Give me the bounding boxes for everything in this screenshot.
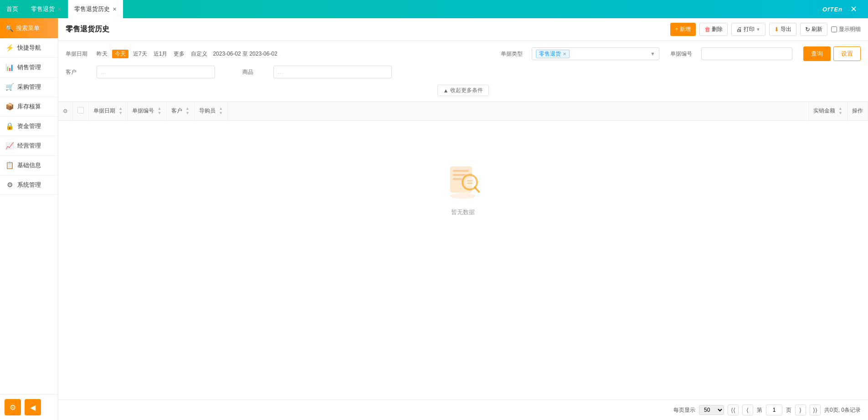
sidebar-collapse-button[interactable]: ◀ — [25, 399, 41, 415]
refresh-button[interactable]: ↻ 刷新 — [800, 23, 827, 36]
gear-icon: ⚙ — [63, 108, 68, 114]
prev-page-button[interactable]: ⟨ — [742, 405, 753, 415]
doc-no-sort-icon: ▲▼ — [158, 107, 162, 116]
total-label: 共0页, 0条记录 — [824, 406, 861, 414]
th-gear[interactable]: ⚙ — [58, 102, 73, 120]
sidebar-item-sys-mgmt[interactable]: ⚙ 系统管理 — [0, 175, 58, 195]
tab-retail-return-close[interactable]: ✕ — [57, 6, 62, 12]
date-opt-1month[interactable]: 近1月 — [152, 50, 169, 58]
goods-filter-label: 商品 — [242, 68, 270, 76]
table-body: 暂无数据 — [58, 120, 868, 253]
header-actions: + 新增 🗑 删除 🖨 打印 ▼ ⬇ 导出 ↻ 刷新 — [670, 23, 861, 36]
sidebar-item-sales-mgmt[interactable]: 📊 销售管理 — [0, 58, 58, 77]
page-number-input[interactable] — [766, 405, 782, 415]
svg-point-6 — [465, 178, 474, 187]
goods-filter: 商品 … — [242, 66, 392, 78]
sidebar-item-ops-mgmt[interactable]: 📈 经营管理 — [0, 136, 58, 156]
th-amount[interactable]: 实销金额 ▲▼ — [808, 102, 847, 120]
tab-retail-return-history[interactable]: 零售退货历史 ✕ — [68, 0, 123, 18]
first-page-button[interactable]: ⟨⟨ — [728, 405, 739, 415]
sidebar-item-finance-mgmt[interactable]: 🔒 资金管理 — [0, 117, 58, 136]
type-filter-section: 单据类型 零售退货 ✕ ▼ — [501, 47, 659, 60]
sidebar-settings-button[interactable]: ⚙ — [5, 399, 21, 415]
date-opt-7days[interactable]: 近7天 — [131, 50, 149, 58]
tab-retail-return[interactable]: 零售退货 ✕ — [25, 0, 68, 18]
finance-mgmt-icon: 🔒 — [5, 122, 14, 130]
customer-filter-input[interactable]: … — [97, 66, 215, 78]
empty-text: 暂无数据 — [451, 208, 475, 216]
svg-rect-2 — [453, 170, 469, 172]
table-area: ⚙ 单据日期 ▲▼ 单据编号 ▲▼ — [58, 102, 868, 400]
empty-illustration — [440, 157, 486, 203]
empty-area: 暂无数据 — [58, 121, 868, 253]
sidebar-item-sales-mgmt-label: 销售管理 — [17, 63, 41, 72]
date-filter-label: 单据日期 — [66, 50, 93, 58]
print-button[interactable]: 🖨 打印 ▼ — [731, 23, 765, 36]
per-page-label: 每页显示 — [673, 406, 695, 414]
window-close-button[interactable]: ✕ — [846, 2, 861, 16]
doc-num-label: 单据编号 — [670, 50, 698, 58]
date-opt-yesterday[interactable]: 昨天 — [95, 50, 109, 58]
next-page-button[interactable]: ⟩ — [795, 405, 806, 415]
sidebar-search[interactable]: 🔍 搜索菜单 — [0, 18, 58, 38]
sidebar-item-sys-mgmt-label: 系统管理 — [17, 181, 41, 189]
sidebar-item-inventory-label: 库存核算 — [17, 102, 41, 111]
collapse-up-icon: ▲ — [443, 87, 449, 94]
quick-nav-icon: ⚡ — [5, 44, 14, 52]
pagination-footer: 每页显示 50 10 20 100 ⟨⟨ ⟨ 第 页 ⟩ ⟩⟩ 共0页, 0条记… — [58, 400, 868, 420]
sidebar-item-inventory[interactable]: 📦 库存核算 — [0, 97, 58, 117]
th-doc-no[interactable]: 单据编号 ▲▼ — [128, 102, 166, 120]
page-label: 第 — [757, 406, 762, 414]
amount-sort-icon: ▲▼ — [838, 107, 842, 116]
th-date[interactable]: 单据日期 ▲▼ — [89, 102, 128, 120]
query-button[interactable]: 查询 — [803, 46, 831, 61]
sidebar-item-purchase-mgmt[interactable]: 🛒 采购管理 — [0, 77, 58, 97]
delete-button[interactable]: 🗑 删除 — [699, 23, 728, 36]
customer-filter-label: 客户 — [66, 68, 93, 76]
sidebar-item-quick-nav[interactable]: ⚡ 快捷导航 — [0, 38, 58, 58]
refresh-icon: ↻ — [805, 26, 810, 33]
sales-mgmt-icon: 📊 — [5, 63, 14, 72]
purchase-mgmt-icon: 🛒 — [5, 83, 14, 91]
type-filter-input[interactable]: 零售退货 ✕ ▼ — [532, 47, 659, 60]
svg-rect-3 — [453, 174, 466, 176]
new-button[interactable]: + 新增 — [670, 23, 696, 36]
sidebar-item-finance-mgmt-label: 资金管理 — [17, 122, 41, 130]
date-sort-icon: ▲▼ — [118, 107, 123, 116]
collapse-button[interactable]: ▲ 收起更多条件 — [437, 85, 489, 96]
th-checkbox[interactable] — [73, 102, 89, 120]
type-tag-close[interactable]: ✕ — [563, 51, 566, 56]
date-opt-today[interactable]: 今天 — [112, 50, 128, 58]
doc-num-input[interactable] — [701, 47, 792, 60]
display-toggle-checkbox[interactable] — [831, 26, 837, 32]
page-unit: 页 — [786, 406, 791, 414]
sidebar: 🔍 搜索菜单 ⚡ 快捷导航 📊 销售管理 🛒 采购管理 📦 库存核算 🔒 资金管… — [0, 18, 58, 420]
display-toggle[interactable]: 显示明细 — [831, 26, 861, 33]
tab-home[interactable]: 首页 — [0, 0, 25, 18]
sidebar-item-basic-info-label: 基础信息 — [17, 161, 41, 169]
select-all-checkbox[interactable] — [77, 107, 84, 113]
date-opt-custom[interactable]: 自定义 — [189, 50, 209, 58]
sidebar-bottom: ⚙ ◀ — [0, 394, 58, 420]
svg-rect-4 — [453, 178, 462, 180]
empty-cell: 暂无数据 — [58, 120, 868, 253]
brand-label: OfTEn — [822, 6, 842, 13]
per-page-select[interactable]: 50 10 20 100 — [699, 405, 724, 415]
last-page-button[interactable]: ⟩⟩ — [810, 405, 821, 415]
topbar-right: OfTEn ✕ — [822, 2, 868, 16]
sidebar-search-label: 搜索菜单 — [16, 24, 40, 32]
table-header: ⚙ 单据日期 ▲▼ 单据编号 ▲▼ — [58, 102, 868, 120]
svg-line-7 — [475, 187, 479, 192]
sidebar-item-basic-info[interactable]: 📋 基础信息 — [0, 156, 58, 175]
th-customer[interactable]: 客户 ▲▼ — [166, 102, 194, 120]
date-options: 昨天 今天 近7天 近1月 更多 自定义 — [95, 50, 209, 58]
th-guide[interactable]: 导购员 ▲▼ — [194, 102, 227, 120]
tab-retail-return-history-close[interactable]: ✕ — [113, 6, 117, 12]
settings-button[interactable]: 设置 — [833, 46, 861, 61]
goods-filter-input[interactable]: … — [273, 66, 392, 78]
search-icon: 🔍 — [5, 25, 13, 32]
date-opt-more[interactable]: 更多 — [172, 50, 186, 58]
customer-filter: 客户 … — [66, 66, 215, 78]
export-button[interactable]: ⬇ 导出 — [769, 23, 796, 36]
page-title: 零售退货历史 — [66, 25, 109, 34]
